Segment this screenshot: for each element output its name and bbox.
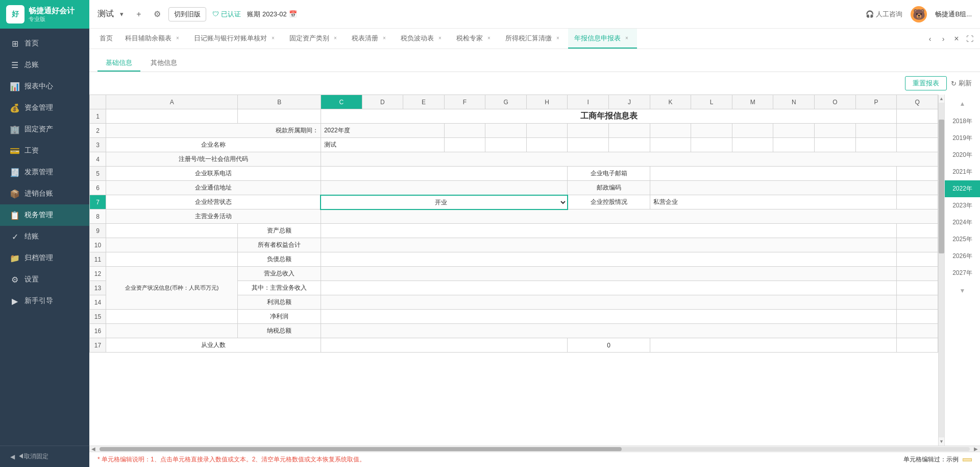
cell-15c[interactable] bbox=[321, 310, 896, 324]
sidebar-item-home[interactable]: ⊞ 首页 bbox=[0, 33, 89, 54]
col-header-i[interactable]: I bbox=[568, 95, 609, 109]
sidebar-item-ledger[interactable]: ☰ 总账 bbox=[0, 54, 89, 76]
col-header-e[interactable]: E bbox=[403, 95, 445, 109]
tab-taxlist[interactable]: 税表清册 × bbox=[346, 29, 395, 49]
year-item-2020[interactable]: 2020年 bbox=[945, 147, 980, 164]
sidebar-item-tax[interactable]: 📋 税务管理 bbox=[0, 204, 89, 226]
sub-tab-basic[interactable]: 基础信息 bbox=[97, 55, 140, 72]
cell-9c[interactable] bbox=[321, 224, 896, 238]
year-item-2026[interactable]: 2026年 bbox=[945, 248, 980, 265]
tab-prev-button[interactable]: ‹ bbox=[924, 33, 936, 45]
tab-taxwave[interactable]: 税负波动表 × bbox=[395, 29, 450, 49]
cell-7c[interactable]: 开业 注销 吊销 迁出 撤销 bbox=[321, 195, 568, 209]
cell-16c[interactable] bbox=[321, 324, 896, 338]
cell-4c[interactable] bbox=[321, 152, 938, 167]
col-header-g[interactable]: G bbox=[485, 95, 527, 109]
cell-title[interactable]: 工商年报信息表 bbox=[321, 109, 896, 124]
col-header-m[interactable]: M bbox=[732, 95, 773, 109]
tab-journal-close[interactable]: × bbox=[269, 34, 277, 42]
year-item-2018[interactable]: 2018年 bbox=[945, 113, 980, 130]
cell-2c[interactable]: 2022年度 bbox=[321, 124, 444, 138]
cell-17j[interactable]: 0 bbox=[568, 338, 650, 353]
year-nav-down-button[interactable]: ▼ bbox=[955, 284, 970, 298]
year-item-2022[interactable]: 2022年 bbox=[945, 180, 980, 197]
col-header-o[interactable]: O bbox=[815, 95, 856, 109]
col-header-h[interactable]: H bbox=[526, 95, 568, 109]
tab-taxwave-close[interactable]: × bbox=[436, 34, 444, 42]
col-header-a[interactable]: A bbox=[106, 95, 238, 109]
year-item-2027[interactable]: 2027年 bbox=[945, 265, 980, 282]
topbar-settings-button[interactable]: ⚙ bbox=[150, 7, 164, 21]
col-header-d[interactable]: D bbox=[362, 95, 403, 109]
cell-5c[interactable] bbox=[321, 167, 568, 181]
tab-taxcheck-close[interactable]: × bbox=[485, 34, 493, 42]
sidebar-item-report[interactable]: 📊 报表中心 bbox=[0, 76, 89, 97]
year-item-2024[interactable]: 2024年 bbox=[945, 214, 980, 231]
cell-6c[interactable] bbox=[321, 181, 568, 195]
col-header-f[interactable]: F bbox=[444, 95, 485, 109]
tab-journal[interactable]: 日记账与银行对账单核对 × bbox=[188, 29, 283, 49]
horizontal-scrollbar[interactable]: ◀ ▶ bbox=[89, 446, 980, 452]
topbar-switch-button[interactable]: 切到旧版 bbox=[168, 7, 206, 21]
sidebar-item-capital[interactable]: 💰 资金管理 bbox=[0, 97, 89, 119]
cell-17c[interactable] bbox=[321, 338, 568, 353]
scroll-down-button[interactable]: ▼ bbox=[939, 437, 944, 446]
vertical-scrollbar[interactable]: ▲ ▼ bbox=[938, 95, 944, 446]
sidebar-collapse-button[interactable]: ◀ ◀取消固定 bbox=[0, 446, 89, 467]
sub-tab-other[interactable]: 其他信息 bbox=[142, 55, 185, 72]
sidebar-item-stock[interactable]: 📦 进销台账 bbox=[0, 183, 89, 204]
sidebar-item-guide[interactable]: ▶ 新手引导 bbox=[0, 290, 89, 312]
business-status-select[interactable]: 开业 注销 吊销 迁出 撤销 bbox=[321, 198, 567, 206]
reset-button[interactable]: 重置报表 bbox=[905, 76, 947, 90]
cell-5l[interactable] bbox=[650, 167, 897, 181]
sidebar-item-payroll[interactable]: 💳 工资 bbox=[0, 140, 89, 161]
tab-taxlist-close[interactable]: × bbox=[380, 34, 388, 42]
sidebar-item-invoice[interactable]: 🧾 发票管理 bbox=[0, 161, 89, 183]
tab-fixed-close[interactable]: × bbox=[331, 34, 339, 42]
h-scroll-track[interactable] bbox=[100, 447, 970, 451]
cell-6l[interactable] bbox=[650, 181, 897, 195]
tab-fixed[interactable]: 固定资产类别 × bbox=[283, 29, 346, 49]
cell-12c[interactable] bbox=[321, 267, 896, 281]
tab-incometax-close[interactable]: × bbox=[554, 34, 562, 42]
tab-taxcheck[interactable]: 税检专家 × bbox=[450, 29, 499, 49]
cell-13c[interactable] bbox=[321, 281, 896, 295]
col-header-q[interactable]: Q bbox=[897, 95, 938, 109]
col-header-n[interactable]: N bbox=[773, 95, 815, 109]
calendar-icon[interactable]: 📅 bbox=[289, 10, 297, 18]
tab-incometax[interactable]: 所得税汇算清缴 × bbox=[499, 29, 568, 49]
col-header-k[interactable]: K bbox=[650, 95, 691, 109]
col-header-c[interactable]: C bbox=[321, 95, 362, 109]
scroll-track[interactable] bbox=[939, 103, 944, 437]
sidebar-item-settings[interactable]: ⚙ 设置 bbox=[0, 269, 89, 290]
tab-home[interactable]: 首页 bbox=[93, 29, 119, 49]
col-header-b[interactable]: B bbox=[238, 95, 321, 109]
spreadsheet-scroll-area[interactable]: A B C D E F G H I J bbox=[89, 95, 938, 446]
col-header-l[interactable]: L bbox=[691, 95, 732, 109]
cell-11c[interactable] bbox=[321, 252, 896, 267]
year-item-2019[interactable]: 2019年 bbox=[945, 130, 980, 147]
tab-aux[interactable]: 科目辅助余额表 × bbox=[119, 29, 188, 49]
cell-7l[interactable]: 私营企业 bbox=[650, 195, 897, 209]
col-header-j[interactable]: J bbox=[609, 95, 650, 109]
year-item-2023[interactable]: 2023年 bbox=[945, 197, 980, 214]
sidebar-item-settle[interactable]: ✓ 结账 bbox=[0, 226, 89, 247]
tab-aux-close[interactable]: × bbox=[174, 34, 182, 42]
user-avatar[interactable]: 🐻 bbox=[911, 6, 927, 22]
topbar-add-button[interactable]: + bbox=[132, 7, 146, 21]
year-item-2025[interactable]: 2025年 bbox=[945, 231, 980, 248]
tab-yearinfo-close[interactable]: × bbox=[623, 34, 631, 42]
sidebar-item-assets[interactable]: 🏢 固定资产 bbox=[0, 119, 89, 140]
topbar-service-button[interactable]: 🎧 人工咨询 bbox=[866, 10, 902, 19]
year-item-2021[interactable]: 2021年 bbox=[945, 164, 980, 180]
tab-next-button[interactable]: › bbox=[937, 33, 949, 45]
cell-14c[interactable] bbox=[321, 295, 896, 310]
cell-8c[interactable] bbox=[321, 209, 938, 224]
tab-close-all-button[interactable]: × bbox=[950, 33, 963, 45]
sidebar-item-archive[interactable]: 📁 归档管理 bbox=[0, 247, 89, 269]
tab-expand-button[interactable]: ⛶ bbox=[964, 33, 976, 45]
tab-yearinfo[interactable]: 年报信息申报表 × bbox=[568, 29, 637, 49]
cell-10c[interactable] bbox=[321, 238, 896, 252]
col-header-p[interactable]: P bbox=[855, 95, 897, 109]
cell-17l[interactable] bbox=[650, 338, 897, 353]
